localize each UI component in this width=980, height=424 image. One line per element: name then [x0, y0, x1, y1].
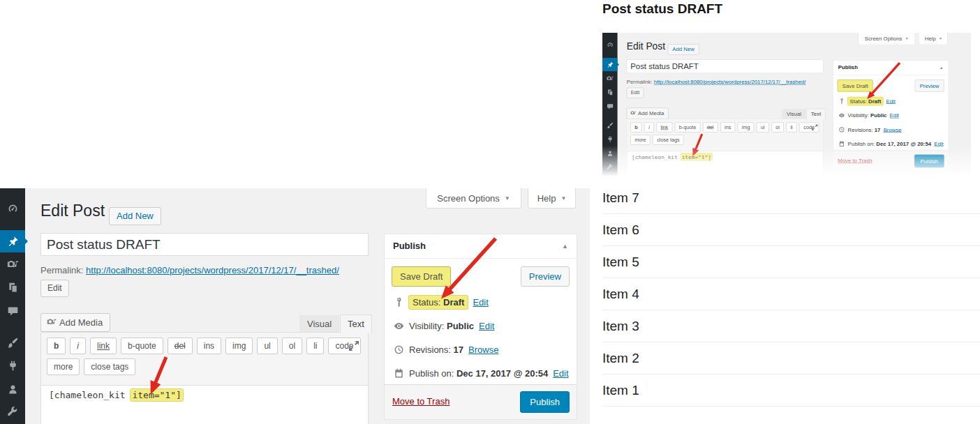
visibility-edit-link[interactable]: Edit: [479, 321, 494, 331]
users-icon[interactable]: [602, 147, 618, 160]
close-tags-button[interactable]: close tags: [84, 358, 135, 375]
publish-panel-title: Publish: [838, 64, 858, 70]
publish-on-value: Dec 17, 2017 @ 20:54: [456, 368, 548, 379]
revisions-browse-link[interactable]: Browse: [884, 126, 902, 132]
add-new-button[interactable]: Add New: [109, 207, 161, 225]
blockquote-button[interactable]: b-quote: [121, 338, 163, 354]
dashboard-icon[interactable]: [0, 198, 25, 219]
ins-button[interactable]: ins: [720, 122, 735, 132]
posts-icon[interactable]: [0, 230, 25, 252]
more-button[interactable]: more: [630, 135, 650, 144]
permalink-link[interactable]: http://localhost:8080/projects/wordpress…: [86, 265, 339, 275]
tools-icon[interactable]: [0, 402, 25, 423]
link-button[interactable]: link: [90, 338, 117, 354]
eye-icon: [394, 321, 404, 331]
plugins-icon[interactable]: [0, 355, 25, 376]
blockquote-button[interactable]: b-quote: [675, 122, 700, 132]
revisions-value: 17: [875, 126, 881, 132]
tab-text[interactable]: Text: [340, 315, 372, 333]
fullscreen-icon[interactable]: [348, 340, 359, 351]
help-button[interactable]: Help ▼: [919, 33, 948, 45]
publish-button[interactable]: Publish: [520, 391, 570, 413]
pages-icon[interactable]: [0, 277, 25, 298]
link-button[interactable]: link: [656, 122, 672, 132]
bold-button[interactable]: b: [47, 338, 66, 354]
quicktags-row-1: b i link b-quote del ins img ul ol li co…: [630, 122, 819, 132]
list-item[interactable]: Item 3: [602, 310, 980, 342]
li-button[interactable]: li: [786, 122, 796, 132]
preview-button[interactable]: Preview: [914, 80, 944, 91]
editor-content[interactable]: [chameleon_kit item="1"]: [632, 153, 712, 160]
img-button[interactable]: img: [738, 122, 755, 132]
screen-options-button[interactable]: Screen Options ▼: [858, 33, 915, 45]
move-to-trash-link[interactable]: Move to Trash: [838, 158, 872, 164]
ol-button[interactable]: ol: [771, 122, 784, 132]
list-item[interactable]: Item 6: [602, 214, 980, 246]
tab-visual[interactable]: Visual: [782, 109, 805, 119]
bold-button[interactable]: b: [630, 122, 641, 132]
save-draft-button[interactable]: Save Draft: [838, 80, 873, 91]
ul-button[interactable]: ul: [257, 338, 277, 354]
shortcode-text: [chameleon_kit: [632, 153, 681, 160]
status-edit-link[interactable]: Edit: [473, 297, 488, 308]
list-item[interactable]: Item 2: [602, 342, 980, 374]
publish-on-edit-link[interactable]: Edit: [553, 368, 568, 379]
list-item[interactable]: Item 7: [602, 182, 980, 214]
preview-button[interactable]: Preview: [521, 266, 570, 287]
appearance-icon[interactable]: [0, 332, 25, 353]
post-title-input[interactable]: [40, 233, 369, 256]
permalink-link[interactable]: http://localhost:8080/projects/wordpress…: [654, 79, 806, 85]
img-button[interactable]: img: [225, 338, 253, 354]
li-button[interactable]: li: [306, 338, 324, 354]
tab-visual[interactable]: Visual: [299, 315, 339, 333]
fullscreen-icon[interactable]: [811, 124, 818, 131]
users-icon[interactable]: [0, 379, 25, 400]
tools-icon[interactable]: [602, 161, 618, 174]
editor-content[interactable]: [chameleon_kit item="1"]: [49, 390, 183, 400]
list-item[interactable]: Item 5: [602, 246, 980, 278]
revisions-browse-link[interactable]: Browse: [468, 344, 498, 355]
visibility-edit-link[interactable]: Edit: [890, 112, 899, 119]
close-tags-button[interactable]: close tags: [653, 135, 683, 144]
posts-icon[interactable]: [602, 58, 618, 71]
permalink-edit-button[interactable]: Edit: [627, 88, 644, 98]
publish-on-edit-link[interactable]: Edit: [934, 141, 943, 147]
add-media-button[interactable]: Add Media: [627, 107, 669, 119]
status-edit-link[interactable]: Edit: [886, 98, 895, 104]
list-item[interactable]: Item 4: [602, 278, 980, 310]
add-new-button[interactable]: Add New: [668, 44, 699, 55]
screen-options-button[interactable]: Screen Options ▼: [426, 188, 521, 209]
media-icon[interactable]: [602, 72, 618, 84]
post-title-input[interactable]: [627, 59, 824, 73]
comments-icon[interactable]: [0, 301, 25, 321]
list-item[interactable]: Item 1: [602, 374, 980, 407]
del-button[interactable]: del: [168, 338, 193, 354]
publish-panel-header: Publish ▲: [385, 234, 577, 259]
ol-button[interactable]: ol: [282, 338, 302, 354]
dashboard-icon[interactable]: [602, 38, 618, 51]
move-to-trash-link[interactable]: Move to Trash: [392, 396, 450, 407]
collapse-toggle-icon[interactable]: ▲: [562, 234, 568, 258]
tab-text[interactable]: Text: [806, 109, 826, 120]
more-button[interactable]: more: [47, 358, 80, 375]
pages-icon[interactable]: [602, 86, 618, 98]
del-button[interactable]: del: [703, 122, 718, 132]
save-draft-button[interactable]: Save Draft: [392, 266, 451, 287]
ins-button[interactable]: ins: [197, 338, 221, 354]
permalink-edit-button[interactable]: Edit: [40, 280, 69, 297]
help-button[interactable]: Help ▼: [528, 188, 576, 209]
collapse-toggle-icon[interactable]: ▲: [940, 61, 943, 75]
ul-button[interactable]: ul: [757, 122, 769, 132]
visibility-label: Visibility:: [409, 321, 444, 331]
plugins-icon[interactable]: [602, 132, 618, 145]
italic-button[interactable]: i: [644, 122, 654, 132]
publish-button[interactable]: Publish: [914, 155, 944, 168]
add-media-button[interactable]: Add Media: [40, 313, 110, 332]
screenshot-thumbnail-small[interactable]: Screen Options ▼ Help ▼ Edit Post Add Ne…: [602, 33, 972, 181]
appearance-icon[interactable]: [602, 119, 618, 132]
comments-icon[interactable]: [602, 100, 618, 113]
wordpress-edit-post-screenshot: Screen Options ▼ Help ▼ Edit Post Add Ne…: [0, 188, 590, 424]
italic-button[interactable]: i: [70, 338, 86, 354]
thumbnail-scale-wrap: Screen Options ▼ Help ▼ Edit Post Add Ne…: [602, 33, 971, 180]
media-icon[interactable]: [0, 254, 25, 275]
